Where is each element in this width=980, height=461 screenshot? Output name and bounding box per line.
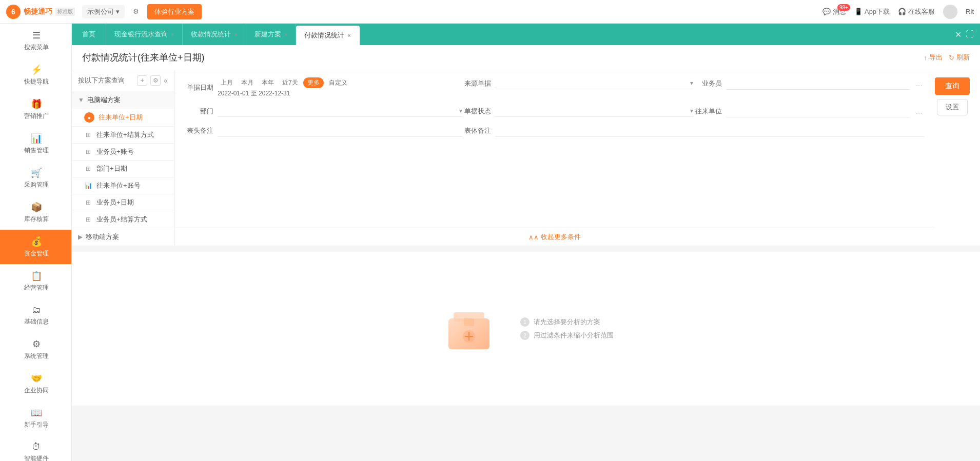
filter-row-2: 部门 ▾ 单据状态 ▾: [185, 105, 925, 117]
date-btn-custom[interactable]: 自定义: [326, 77, 350, 88]
table-icon: ⊞: [84, 131, 92, 139]
tab-new-scheme[interactable]: 新建方案 ×: [246, 24, 296, 45]
empty-step-1: 1 请先选择要分析的方案: [520, 317, 614, 327]
sidebar-item-guide[interactable]: 📖 新手引导: [0, 401, 71, 435]
filter-item-body-note: 表体备注: [462, 125, 925, 137]
tab-close-icon[interactable]: ×: [171, 31, 174, 37]
quick-nav-icon: ⚡: [31, 64, 42, 75]
refresh-button[interactable]: ↻ 刷新: [949, 53, 970, 62]
messages-button[interactable]: 💬 消息 99+: [822, 7, 846, 16]
tab-receipt-stats[interactable]: 收款情况统计 ×: [183, 24, 246, 45]
sidebar: ☰ 搜索菜单 ⚡ 快捷导航 🎁 营销推广 📊 销售管理 🛒 采购管理 📦 库存核…: [0, 24, 72, 461]
sidebar-label: 智能硬件: [24, 454, 49, 461]
header-note-input[interactable]: [218, 125, 462, 137]
section-divider: [72, 248, 980, 252]
query-button[interactable]: 查询: [935, 77, 970, 95]
scheme-group-header-desktop[interactable]: ▼ 电脑端方案: [72, 91, 174, 109]
date-btn-last-7days[interactable]: 近7天: [279, 77, 301, 88]
collapse-more-button[interactable]: ∧∧ 收起更多条件: [174, 228, 935, 246]
sidebar-item-capital[interactable]: 💰 资金管理: [0, 230, 71, 264]
sidebar-item-system[interactable]: ⚙ 系统管理: [0, 332, 71, 367]
partner-input[interactable]: [726, 105, 909, 117]
sidebar-item-search-menu[interactable]: ☰ 搜索菜单: [0, 24, 71, 58]
export-icon: ↑: [924, 54, 928, 62]
query-btn-group: 查询 设置: [935, 70, 980, 246]
sidebar-label: 快捷导航: [24, 77, 49, 86]
scheme-settings-button[interactable]: ⚙: [150, 75, 161, 86]
scheme-item-salesperson-date[interactable]: ⊞ 业务员+日期: [72, 194, 174, 211]
user-avatar[interactable]: [943, 5, 957, 19]
settings-icon[interactable]: ⚙: [129, 5, 143, 19]
export-button[interactable]: ↑ 导出: [924, 53, 943, 62]
scheme-item-label: 往来单位+结算方式: [96, 130, 154, 139]
scheme-item-label: 往来单位+账号: [96, 181, 141, 190]
tab-home[interactable]: 首页: [72, 24, 106, 45]
date-btn-more[interactable]: 更多: [303, 77, 324, 88]
date-btn-last-month[interactable]: 上月: [218, 77, 236, 88]
scheme-group-label: 电脑端方案: [87, 95, 121, 105]
sidebar-item-purchase[interactable]: 🛒 采购管理: [0, 161, 71, 195]
scheme-item-partner-settlement[interactable]: ⊞ 往来单位+结算方式: [72, 127, 174, 144]
sidebar-item-operations[interactable]: 📋 经营管理: [0, 264, 71, 298]
salesperson-input[interactable]: [726, 77, 909, 90]
step-number-2: 2: [520, 331, 530, 340]
sidebar-label: 采购管理: [24, 181, 49, 189]
partner-more-icon[interactable]: ...: [914, 107, 925, 116]
tab-bank-flow[interactable]: 现金银行流水查询 ×: [106, 24, 183, 45]
sidebar-label: 搜索菜单: [24, 43, 49, 52]
scheme-item-partner-date[interactable]: ● 往来单位+日期: [72, 109, 174, 127]
doc-date-label: 单据日期: [185, 83, 213, 92]
scheme-item-dept-date[interactable]: ⊞ 部门+日期: [72, 161, 174, 177]
dept-select[interactable]: ▾: [218, 105, 462, 117]
refresh-icon: ↻: [949, 54, 954, 62]
tab-close-icon[interactable]: ×: [284, 31, 287, 37]
date-btn-this-year[interactable]: 本年: [259, 77, 277, 88]
body-note-input[interactable]: [495, 125, 925, 137]
tab-close-icon[interactable]: ×: [234, 31, 237, 37]
trial-button[interactable]: 体验行业方案: [147, 4, 202, 19]
main-layout: ☰ 搜索菜单 ⚡ 快捷导航 🎁 营销推广 📊 销售管理 🛒 采购管理 📦 库存核…: [0, 24, 980, 461]
date-shortcuts: 上月 本月 本年 近7天 更多 自定义: [218, 77, 462, 88]
sidebar-item-sales[interactable]: 📊 销售管理: [0, 127, 71, 161]
user-name: Rit: [966, 8, 974, 15]
salesperson-more-icon[interactable]: ...: [914, 79, 925, 88]
tab-close-icon[interactable]: ×: [347, 32, 350, 38]
sidebar-item-hardware[interactable]: ⏱ 智能硬件: [0, 435, 71, 461]
top-bar-left: 6 畅捷通巧 标准版 示例公司 ▾ ⚙ 体验行业方案: [6, 4, 202, 19]
scheme-collapse-button[interactable]: «: [164, 76, 168, 85]
scheme-item-salesperson-settlement[interactable]: ⊞ 业务员+结算方式: [72, 211, 174, 228]
close-all-icon[interactable]: ✕: [955, 30, 962, 39]
table-icon: ⊞: [84, 198, 92, 207]
tab-label: 新建方案: [254, 30, 281, 39]
scheme-item-salesperson-account[interactable]: ⊞ 业务员+账号: [72, 144, 174, 161]
empty-step-2: 2 用过滤条件来缩小分析范围: [520, 331, 614, 340]
sidebar-item-quick-nav[interactable]: ⚡ 快捷导航: [0, 58, 71, 92]
scheme-item-label: 部门+日期: [96, 164, 127, 173]
source-doc-select[interactable]: ▾: [495, 77, 694, 89]
sidebar-label: 基础信息: [24, 317, 49, 326]
fullscreen-icon[interactable]: ⛶: [966, 30, 974, 39]
sidebar-label: 系统管理: [24, 352, 49, 360]
company-selector[interactable]: 示例公司 ▾: [82, 5, 125, 18]
online-service-button[interactable]: 🎧 在线客服: [898, 7, 935, 16]
tab-payment-stats[interactable]: 付款情况统计 ×: [296, 26, 359, 45]
logo-badge: 标准版: [55, 8, 75, 16]
add-scheme-button[interactable]: +: [137, 75, 147, 86]
sidebar-item-inventory[interactable]: 📦 库存核算: [0, 195, 71, 230]
scheme-item-partner-account[interactable]: 📊 往来单位+账号: [72, 177, 174, 194]
sidebar-item-marketing[interactable]: 🎁 营销推广: [0, 92, 71, 127]
page-title: 付款情况统计(往来单位+日期): [82, 51, 205, 64]
header-actions: ↑ 导出 ↻ 刷新: [924, 53, 970, 62]
date-btn-this-month[interactable]: 本月: [238, 77, 257, 88]
sidebar-item-basic-info[interactable]: 🗂 基础信息: [0, 298, 71, 332]
top-bar-right: 💬 消息 99+ 📱 App下载 🎧 在线客服 Rit: [822, 5, 974, 19]
doc-status-select[interactable]: ▾: [495, 105, 694, 117]
salesperson-label: 业务员: [693, 79, 722, 88]
scheme-header-icons: + ⚙ «: [137, 75, 168, 86]
page-header: 付款情况统计(往来单位+日期) ↑ 导出 ↻ 刷新: [72, 45, 980, 70]
tab-bar: 首页 现金银行流水查询 × 收款情况统计 × 新建方案 × 付款情况统计 × ✕…: [72, 24, 980, 45]
filter-settings-button[interactable]: 设置: [937, 99, 968, 115]
app-download-button[interactable]: 📱 App下载: [854, 7, 890, 16]
sidebar-item-enterprise[interactable]: 🤝 企业协同: [0, 367, 71, 401]
mobile-scheme-group[interactable]: ▶ 移动端方案: [72, 228, 174, 246]
